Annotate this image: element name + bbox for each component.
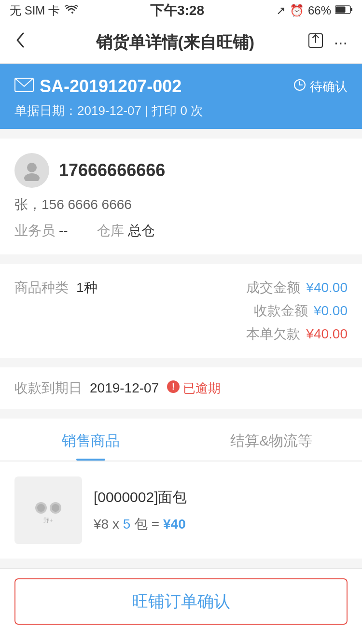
share-icon[interactable] bbox=[307, 32, 324, 53]
bottom-actions: 旺铺订单确认 bbox=[0, 568, 362, 644]
svg-point-8 bbox=[24, 173, 40, 181]
product-section: 野+ [0000002]面包 ¥8 x 5 包 = ¥40 bbox=[0, 462, 362, 559]
overdue-badge: ! 已逾期 bbox=[167, 380, 221, 397]
customer-phone: 17666666666 bbox=[59, 160, 165, 181]
tabs-bar: 销售商品 结算&物流等 bbox=[0, 419, 362, 461]
tab-settlement-logistics[interactable]: 结算&物流等 bbox=[181, 419, 362, 461]
alarm-icon: ⏰ bbox=[290, 4, 304, 17]
status-time: 下午3:28 bbox=[150, 1, 204, 20]
clock-icon bbox=[293, 79, 306, 95]
order-envelope-icon bbox=[14, 76, 34, 97]
status-bar: 无 SIM 卡 下午3:28 ↗ ⏰ 66% bbox=[0, 0, 362, 21]
summary-section: 商品种类 1种 成交金额 ¥40.00 收款金额 ¥0.00 本单欠款 ¥40.… bbox=[0, 264, 362, 358]
avatar bbox=[14, 153, 49, 188]
order-header-card: SA-20191207-002 待确认 单据日期：2019-12-07 | 打印… bbox=[0, 64, 362, 129]
back-button[interactable] bbox=[14, 30, 43, 54]
nav-bar: 销货单详情(来自旺铺) ··· bbox=[0, 21, 362, 64]
warehouse-label: 仓库 bbox=[97, 222, 124, 240]
wifi-icon bbox=[65, 4, 78, 17]
location-icon: ↗ bbox=[276, 4, 286, 17]
tab-sales-products[interactable]: 销售商品 bbox=[0, 419, 181, 461]
product-qty: 5 bbox=[123, 517, 131, 532]
svg-rect-2 bbox=[335, 7, 345, 13]
svg-point-12 bbox=[37, 504, 45, 512]
order-date: 单据日期：2019-12-07 | 打印 0 次 bbox=[14, 102, 348, 119]
overdue-text: 已逾期 bbox=[183, 380, 221, 397]
battery-text: 66% bbox=[308, 4, 331, 17]
product-item: 野+ [0000002]面包 ¥8 x 5 包 = ¥40 bbox=[0, 462, 362, 559]
svg-point-7 bbox=[27, 163, 37, 172]
svg-text:!: ! bbox=[172, 382, 175, 392]
salesman-value: -- bbox=[59, 223, 68, 238]
status-right: ↗ ⏰ 66% bbox=[276, 4, 352, 17]
due-label: 收款到期日 bbox=[14, 379, 82, 397]
svg-text:野+: 野+ bbox=[43, 517, 53, 524]
nav-actions: ··· bbox=[307, 32, 348, 53]
overdue-icon: ! bbox=[167, 380, 180, 397]
due-section: 收款到期日 2019-12-07 ! 已逾期 bbox=[0, 367, 362, 409]
product-info: [0000002]面包 ¥8 x 5 包 = ¥40 bbox=[94, 488, 348, 533]
customer-meta: 业务员 -- 仓库 总仓 bbox=[14, 222, 348, 240]
page-title: 销货单详情(来自旺铺) bbox=[43, 31, 307, 54]
customer-section: 17666666666 张，156 6666 6666 业务员 -- 仓库 总仓 bbox=[0, 139, 362, 254]
amount-label: 成交金额 bbox=[246, 279, 300, 297]
more-button[interactable]: ··· bbox=[334, 33, 348, 52]
status-left: 无 SIM 卡 bbox=[10, 3, 78, 18]
due-date: 2019-12-07 bbox=[90, 380, 159, 396]
amounts: 成交金额 ¥40.00 收款金额 ¥0.00 本单欠款 ¥40.00 bbox=[246, 279, 348, 343]
salesman-label: 业务员 bbox=[14, 222, 55, 240]
warehouse-value: 总仓 bbox=[128, 222, 155, 240]
customer-name: 张，156 6666 6666 bbox=[14, 196, 348, 214]
product-price: ¥8 x 5 包 = ¥40 bbox=[94, 515, 348, 533]
owed-value: ¥40.00 bbox=[306, 326, 348, 342]
confirm-order-button[interactable]: 旺铺订单确认 bbox=[14, 578, 348, 625]
received-label: 收款金额 bbox=[254, 302, 308, 320]
product-total: ¥40 bbox=[163, 517, 186, 532]
battery-icon bbox=[335, 4, 352, 17]
order-number: SA-20191207-002 bbox=[14, 76, 181, 97]
order-status: 待确认 bbox=[293, 78, 348, 95]
carrier-text: 无 SIM 卡 bbox=[10, 3, 60, 18]
product-type-value: 1种 bbox=[76, 279, 97, 297]
product-image: 野+ bbox=[14, 476, 82, 544]
product-name: [0000002]面包 bbox=[94, 488, 348, 507]
svg-rect-1 bbox=[350, 8, 352, 11]
received-value: ¥0.00 bbox=[314, 303, 348, 319]
owed-label: 本单欠款 bbox=[246, 325, 300, 343]
product-type: 商品种类 1种 bbox=[14, 279, 246, 297]
amount-value: ¥40.00 bbox=[306, 280, 348, 295]
svg-point-14 bbox=[52, 504, 59, 512]
product-type-label: 商品种类 bbox=[14, 279, 69, 297]
